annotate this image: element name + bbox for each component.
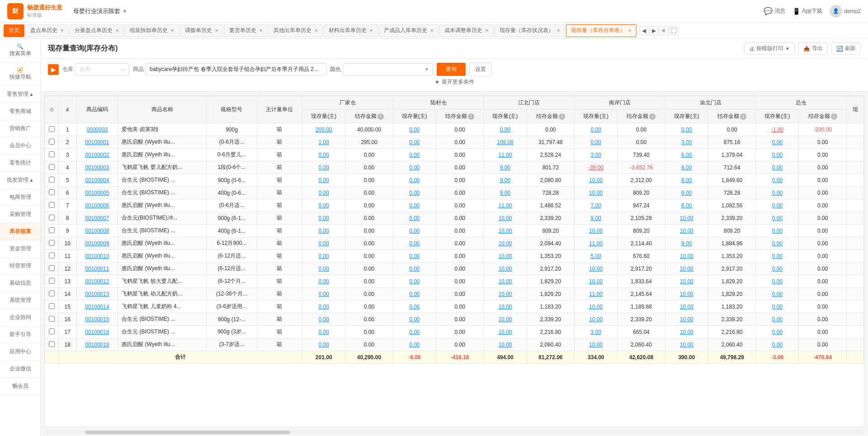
logo-line1: 畅捷通好生意 <box>27 4 62 12</box>
sidebar-item-purchase[interactable]: 采购管理 <box>0 206 40 223</box>
nav-next[interactable]: ▶ <box>649 26 658 35</box>
setting-btn[interactable]: 设置 <box>469 62 492 76</box>
warehouse-input[interactable]: 仓库 ··· <box>75 63 129 76</box>
row-checkbox[interactable] <box>45 174 59 187</box>
query-btn[interactable]: 查询 <box>437 63 466 76</box>
tab-9[interactable]: 成本调整单历史 ✕ <box>439 24 494 37</box>
tab-3[interactable]: 组装拆卸单历史 ✕ <box>125 24 179 37</box>
tab-8-close[interactable]: ✕ <box>430 28 434 33</box>
sidebar-item-finance[interactable]: 资金管理 <box>0 240 40 258</box>
row-checkbox[interactable] <box>45 300 59 313</box>
nav-expand[interactable]: ⛶ <box>669 26 678 35</box>
sidebar-item-collab[interactable]: 企业协同 <box>0 309 40 326</box>
tab-5[interactable]: 要货单历史 ✕ <box>224 24 268 37</box>
factory-amt-info[interactable]: i <box>377 113 384 120</box>
row-checkbox[interactable] <box>45 288 59 300</box>
tab-11-close[interactable]: ✕ <box>628 28 632 33</box>
row-checkbox[interactable] <box>45 237 59 250</box>
tab-4-close[interactable]: ✕ <box>215 28 218 33</box>
user-area[interactable]: 👤 demo2 <box>830 5 861 18</box>
row-checkbox[interactable] <box>45 326 59 338</box>
sidebar-item-vip[interactable]: 畅会员 <box>0 378 40 395</box>
sidebar-item-ecommerce[interactable]: 电商管理 <box>0 189 40 206</box>
na-amt-info[interactable]: i <box>649 113 656 120</box>
tab-10-close[interactable]: ✕ <box>557 28 560 33</box>
tab-10[interactable]: 现存量（库存状况表） ✕ <box>495 24 565 37</box>
row-checkbox[interactable] <box>45 212 59 225</box>
sidebar-search[interactable]: 🔍 搜索英单 <box>0 39 40 62</box>
tab-1[interactable]: 盘点单历史 ✕ <box>25 24 69 37</box>
sidebar-item-wholesale[interactable]: 批发管理 ▲ <box>0 172 40 189</box>
sidebar-item-guide[interactable]: 新手引导 <box>0 326 40 343</box>
row-yb-amt: 2,339.20 <box>708 212 756 225</box>
messages-btn[interactable]: 💬 消息 <box>764 7 785 15</box>
sidebar-item-inventory[interactable]: 库存核算 <box>0 223 40 240</box>
tab-11[interactable]: 现存量（库存分布表） ✕ <box>566 24 637 37</box>
row-lc-qty: 0.00 <box>393 288 436 300</box>
row-no: 9 <box>59 225 77 237</box>
sidebar-item-operations[interactable]: 经营管理 <box>0 258 40 275</box>
filter-toggle-btn[interactable]: ▶ <box>48 64 59 75</box>
row-checkbox[interactable] <box>45 136 59 149</box>
tab-1-close[interactable]: ✕ <box>60 28 64 33</box>
tab-7[interactable]: 材料出库单历史 ✕ <box>324 24 378 37</box>
yb-amt-info[interactable]: i <box>740 113 746 120</box>
tab-8[interactable]: 产成品入库单历史 ✕ <box>379 24 439 37</box>
tab-2[interactable]: 分量盘点单历史 ✕ <box>70 24 124 37</box>
batch-print-btn[interactable]: 🖨 按模版打印 ▼ <box>744 42 795 55</box>
sidebar-item-system[interactable]: 系统管理 <box>0 292 40 309</box>
messages-label: 消息 <box>774 7 785 15</box>
gear-icon[interactable]: ⚙ <box>49 107 54 113</box>
sidebar-quicknav[interactable]: 🧭 快捷导航 <box>0 62 40 86</box>
color-input[interactable]: ▼ <box>343 63 433 76</box>
tab-9-close[interactable]: ✕ <box>485 28 489 33</box>
row-extra <box>847 313 864 326</box>
refresh-btn[interactable]: 🔄 刷新 <box>831 42 861 55</box>
sidebar-item-member[interactable]: 会员中心 <box>0 137 40 155</box>
sidebar-item-retail-mgmt[interactable]: 零售管理 ▲ <box>0 86 40 103</box>
horizontal-scrollbar[interactable] <box>44 431 864 434</box>
row-checkbox[interactable] <box>45 199 59 212</box>
row-checkbox[interactable] <box>45 187 59 199</box>
tab-6[interactable]: 其他出库单历史 ✕ <box>269 24 323 37</box>
sidebar-item-retail-mall[interactable]: 零售商城 <box>0 103 40 120</box>
tab-2-close[interactable]: ✕ <box>115 28 119 33</box>
nav-close-all[interactable]: ✕ <box>659 26 668 35</box>
row-checkbox[interactable] <box>45 263 59 275</box>
table-container[interactable]: ⚙ # 商品编码 商品名称 规格型号 主计量单位 厂家仓 陆村仓 江北门店 南岸… <box>44 95 864 427</box>
sidebar-item-app-center[interactable]: 应用中心 <box>0 343 40 361</box>
tab-4[interactable]: 调拨单历史 ✕ <box>180 24 223 37</box>
nav-prev[interactable]: ◀ <box>639 26 648 35</box>
tenant-dropdown-icon[interactable]: ▼ <box>122 8 127 14</box>
tab-5-close[interactable]: ✕ <box>259 28 263 33</box>
export-btn[interactable]: 📤 导出 <box>798 42 828 55</box>
row-checkbox[interactable] <box>45 338 59 351</box>
row-checkbox[interactable] <box>45 149 59 161</box>
row-checkbox[interactable] <box>45 250 59 263</box>
jb-amt-info[interactable]: i <box>559 113 565 120</box>
product-input[interactable]: babycare孕妇待产包 春季入院全套母子组合孕妇产后冬季月子用品 22件套 … <box>146 63 326 76</box>
sidebar-item-marketing[interactable]: 营销推广 <box>0 120 40 137</box>
tab-home[interactable]: 首页 <box>4 24 24 37</box>
sidebar-finance-label: 资金管理 <box>9 245 31 252</box>
tenant-selector[interactable]: 母婴行业演示陈套 ▼ <box>73 7 127 15</box>
row-unit: 箱 <box>257 225 302 237</box>
row-checkbox[interactable] <box>45 275 59 288</box>
tab-6-close[interactable]: ✕ <box>314 28 318 33</box>
lc-amt-info[interactable]: i <box>468 113 474 120</box>
row-yb-amt: 1,829.20 <box>708 288 756 300</box>
row-checkbox[interactable] <box>45 123 59 136</box>
tab-3-close[interactable]: ✕ <box>170 28 174 33</box>
sidebar-item-basic-info[interactable]: 基础信息 <box>0 275 40 292</box>
expand-more-btn[interactable]: ▼ 展开更多条件 <box>48 76 861 88</box>
row-extra <box>847 275 864 288</box>
tab-7-close[interactable]: ✕ <box>369 28 373 33</box>
sidebar-item-retail-stats[interactable]: 零售统计 <box>0 155 40 172</box>
row-checkbox[interactable] <box>45 313 59 326</box>
row-checkbox[interactable] <box>45 225 59 237</box>
row-na-qty: -39.00 <box>575 161 618 174</box>
row-checkbox[interactable] <box>45 161 59 174</box>
total-amt-info[interactable]: i <box>831 113 837 120</box>
sidebar-item-wechat[interactable]: 企业微信 <box>0 361 40 378</box>
app-download-btn[interactable]: 📱 App下载 <box>793 7 822 15</box>
